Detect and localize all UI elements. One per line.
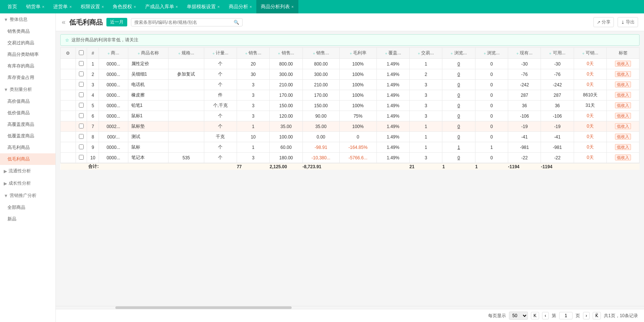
sellable-col-header[interactable]: ⬦ 可销... [574,48,606,59]
sidebar-item-low-margin[interactable]: 低毛利商品 [0,153,55,165]
cover-rate-col-header[interactable]: ⬦ 覆盖... [377,48,409,59]
first-page-btn[interactable]: K [531,312,539,319]
row-browse1[interactable]: 0 [442,90,475,101]
row-checkbox[interactable] [76,153,87,163]
sidebar-collapse-btn[interactable]: « [62,18,65,26]
row-settings[interactable] [61,101,76,111]
browse1-col-header[interactable]: ⬦ 浏览... [442,48,475,59]
close-icon[interactable]: × [291,4,294,9]
nav-template-settings[interactable]: 单据模板设置 × [182,0,224,13]
table-row: 7 0002... 鼠标垫 个 1 35.00 35.00 100% 1.49%… [61,121,640,132]
row-browse1[interactable]: 0 [442,69,475,80]
row-settings[interactable] [61,121,76,132]
last-page-btn[interactable]: K̈ [593,312,601,319]
close-icon[interactable]: × [42,4,44,9]
sidebar-item-low-value[interactable]: 低价值商品 [0,107,55,119]
nav-role-auth[interactable]: 角色授权 × [108,0,140,13]
row-settings[interactable] [61,142,76,153]
row-browse1[interactable]: 0 [442,111,475,121]
sales-profit-col-header[interactable]: ⬦ 销售... [302,48,339,59]
row-checkbox[interactable] [76,142,87,153]
row-browse1[interactable]: 1 [442,142,475,153]
sidebar-item-new-goods[interactable]: 新品 [0,213,55,225]
search-input[interactable] [134,20,234,25]
nav-product-analysis-list[interactable]: 商品分析列表 × [256,0,298,13]
sidebar-item-in-stock[interactable]: 有库存的商品 [0,60,55,72]
sidebar: ▼ 整体信息 销售类商品 交易过的商品 商品分类助销率 有库存的商品 库存资金占… [0,13,56,322]
sidebar-item-high-value[interactable]: 高价值商品 [0,96,55,107]
nav-sales-order[interactable]: 销货单 × [22,0,49,13]
nav-home[interactable]: 首页 [3,0,22,13]
export-btn[interactable]: ⤓ 导出 [618,17,638,27]
row-settings[interactable] [61,132,76,142]
checkbox-col-header[interactable] [76,48,87,59]
page-number-input[interactable] [559,312,573,319]
row-checkbox[interactable] [76,80,87,90]
sidebar-group-circulation[interactable]: ▶ 流通性分析 [0,165,55,177]
date-filter-btn[interactable]: 近一月 [106,18,127,26]
sidebar-item-low-coverage[interactable]: 低覆盖度商品 [0,130,55,142]
row-browse1[interactable]: 0 [442,101,475,111]
row-browse1[interactable]: 0 [442,132,475,142]
row-settings[interactable] [61,90,76,101]
close-icon[interactable]: × [217,4,220,9]
row-browse1[interactable]: 0 [442,153,475,163]
sales-price-col-header[interactable]: ⬦ 销售... [270,48,302,59]
sidebar-item-category-assist[interactable]: 商品分类助销率 [0,49,55,60]
row-checkbox[interactable] [76,101,87,111]
row-settings[interactable] [61,153,76,163]
sidebar-group-marketing[interactable]: ▼ 营销推广分析 [0,189,55,202]
sidebar-item-high-coverage[interactable]: 高覆盖度商品 [0,119,55,130]
scrollbar-thumb[interactable] [115,306,292,309]
sidebar-group-category[interactable]: ▼ 类别量分析 [0,83,55,96]
nav-permissions[interactable]: 权限设置 × [76,0,108,13]
row-checkbox[interactable] [76,111,87,121]
row-checkbox[interactable] [76,90,87,101]
sidebar-group-growth[interactable]: ▶ 成长性分析 [0,177,55,189]
row-settings[interactable] [61,59,76,69]
gross-margin-col-header[interactable]: ⬦ 毛利率 [339,48,377,59]
browse2-col-header[interactable]: ⬦ 浏览... [475,48,508,59]
settings-col-header[interactable]: ⚙ [61,48,76,59]
trade-count-col-header[interactable]: ⬦ 交易... [410,48,442,59]
close-icon[interactable]: × [102,4,104,9]
code-col-header[interactable]: ⬦ 商... [99,48,128,59]
close-icon[interactable]: × [176,4,178,9]
sidebar-item-high-margin[interactable]: 高毛利商品 [0,142,55,153]
sidebar-group-overall[interactable]: ▼ 整体信息 [0,13,55,26]
sidebar-item-traded-goods[interactable]: 交易过的商品 [0,37,55,49]
close-icon[interactable]: × [134,4,136,9]
current-stock-col-header[interactable]: ⬦ 现有... [508,48,541,59]
close-icon[interactable]: × [250,4,252,9]
per-page-select[interactable]: 50 10 20 100 [509,312,528,320]
sidebar-item-all-goods[interactable]: 全部商品 [0,202,55,213]
share-btn[interactable]: ↗ 分享 [593,17,614,27]
row-trade-count: 2 [410,69,442,80]
row-checkbox[interactable] [76,69,87,80]
row-settings[interactable] [61,69,76,80]
sidebar-item-stock-capital[interactable]: 库存资金占用 [0,72,55,83]
nav-product-entry[interactable]: 产成品入库单 × [141,0,182,13]
available-col-header[interactable]: ⬦ 可用... [541,48,574,59]
name-col-header[interactable]: ⬦ 商品名称 [128,48,169,59]
nav-purchase-order[interactable]: 进货单 × [49,0,76,13]
select-all-checkbox[interactable] [79,50,84,55]
row-browse1[interactable]: 0 [442,80,475,90]
row-settings[interactable] [61,111,76,121]
row-checkbox[interactable] [76,59,87,69]
row-checkbox[interactable] [76,132,87,142]
row-checkbox[interactable] [76,121,87,132]
row-browse1[interactable]: 0 [442,59,475,69]
horizontal-scrollbar[interactable] [56,306,644,309]
sidebar-item-sales-goods[interactable]: 销售类商品 [0,26,55,37]
nav-product-analysis[interactable]: 商品分析 × [224,0,256,13]
row-settings[interactable] [61,80,76,90]
row-browse1[interactable]: 0 [442,121,475,132]
unit-col-header[interactable]: ⬦ 计量... [204,48,237,59]
next-page-btn[interactable]: › [583,312,590,319]
sales-count-col-header[interactable]: ⬦ 销售... [237,48,269,59]
close-icon[interactable]: × [69,4,71,9]
search-icon[interactable]: 🔍 [234,20,239,25]
spec-col-header[interactable]: ⬦ 规格... [169,48,204,59]
prev-page-btn[interactable]: ‹ [542,312,549,319]
